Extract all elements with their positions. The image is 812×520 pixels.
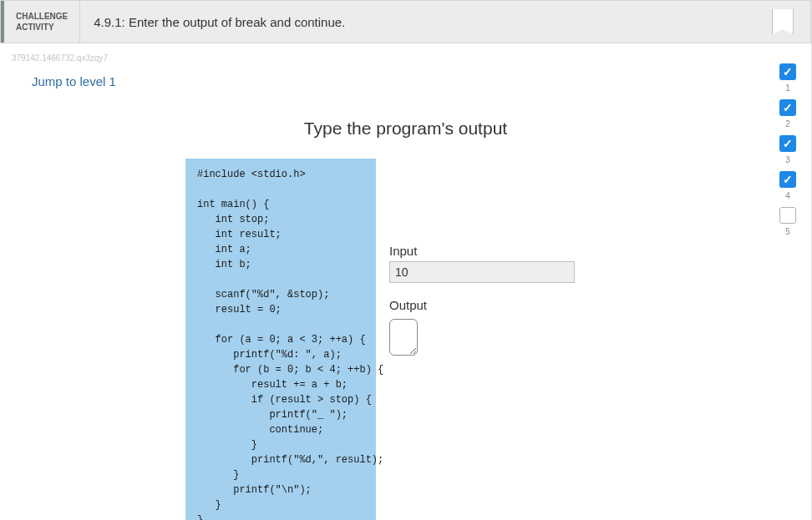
input-label: Input (389, 244, 575, 258)
check-icon (783, 137, 793, 150)
progress-steps: 1 2 3 4 5 (779, 63, 796, 236)
challenge-activity-label: CHALLENGE ACTIVITY (1, 1, 80, 43)
activity-id: 379142.1466732.qx3zqy7 (0, 43, 811, 63)
step-1-box[interactable] (779, 63, 796, 80)
step-2-num: 2 (785, 119, 790, 129)
challenge-label-line2: ACTIVITY (16, 22, 68, 33)
check-icon (783, 65, 793, 78)
io-column: Input Output (389, 159, 575, 520)
content-row: #include <stdio.h> int main() { int stop… (0, 159, 811, 520)
jump-to-level-link[interactable]: Jump to level 1 (0, 63, 811, 88)
step-3-box[interactable] (779, 135, 796, 152)
bookmark-icon[interactable] (772, 9, 794, 34)
code-block: #include <stdio.h> int main() { int stop… (185, 159, 376, 520)
input-field (389, 261, 575, 283)
step-5-box[interactable] (779, 207, 796, 224)
prompt-title: Type the program's output (0, 119, 811, 139)
check-icon (783, 101, 793, 114)
step-4-num: 4 (785, 191, 790, 200)
step-2-box[interactable] (779, 99, 796, 116)
step-4-box[interactable] (779, 171, 796, 188)
step-5-num: 5 (785, 227, 790, 236)
output-label: Output (389, 298, 575, 312)
check-icon (783, 173, 793, 186)
step-1-num: 1 (785, 83, 790, 93)
step-3-num: 3 (785, 155, 790, 164)
challenge-header: CHALLENGE ACTIVITY 4.9.1: Enter the outp… (0, 0, 811, 43)
challenge-label-line1: CHALLENGE (16, 11, 68, 22)
challenge-title: 4.9.1: Enter the output of break and con… (80, 15, 772, 29)
output-field[interactable] (389, 319, 418, 356)
